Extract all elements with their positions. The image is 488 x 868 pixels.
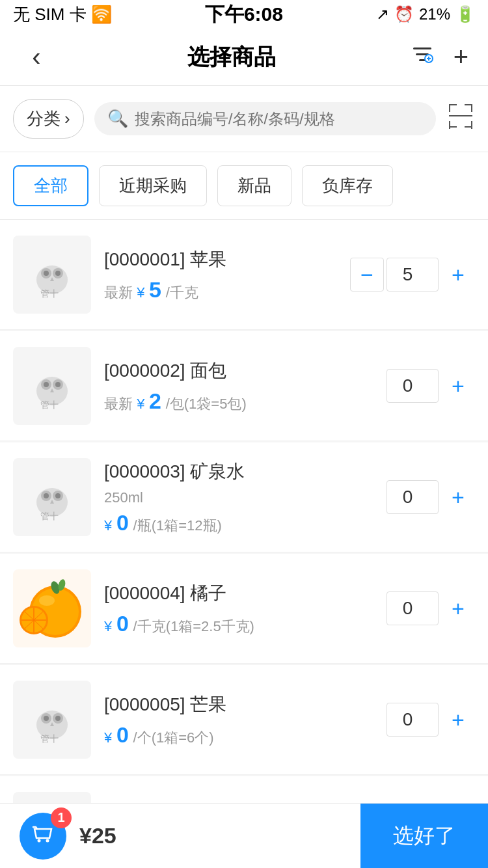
price-unit: /个(1箱=6个) [133, 729, 214, 746]
product-price: ¥ 0 /千克(1箱=2.5千克) [104, 611, 373, 636]
price-unit: /千克(1箱=2.5千克) [133, 618, 254, 634]
price-value: 2 [149, 388, 161, 413]
tab-new[interactable]: 新品 [217, 165, 291, 206]
battery-icon: 🔋 [455, 5, 475, 23]
svg-rect-9 [471, 104, 472, 112]
quantity-input[interactable] [386, 369, 439, 403]
product-price: 最新 ¥ 5 /千克 [104, 277, 337, 303]
price-value: 0 [116, 510, 129, 535]
price-unit: /千克 [166, 284, 198, 301]
list-item: 管十 [0000001] 苹果 最新 ¥ 5 /千克 − + [0, 220, 488, 330]
svg-rect-7 [449, 104, 450, 112]
decrease-button[interactable]: − [350, 258, 384, 292]
product-list: 管十 [0000001] 苹果 最新 ¥ 5 /千克 − + [0, 220, 488, 868]
back-button[interactable]: ‹ [20, 40, 53, 74]
search-box: 🔍 [94, 102, 436, 135]
quantity-input[interactable] [386, 480, 439, 514]
quantity-input[interactable] [386, 703, 439, 737]
add-button[interactable]: + [454, 42, 468, 72]
increase-button[interactable]: + [441, 480, 475, 514]
svg-point-32 [44, 493, 49, 498]
status-time: 下午6:08 [205, 1, 283, 28]
quantity-control-0000004: + [386, 591, 475, 625]
sim-status: 无 SIM 卡 🛜 [13, 3, 112, 26]
increase-button[interactable]: + [441, 258, 475, 292]
nav-bar: ‹ 选择商品 + [0, 29, 488, 86]
status-left: 无 SIM 卡 🛜 [13, 3, 112, 26]
tab-all[interactable]: 全部 [13, 165, 88, 206]
currency-symbol: ¥ [104, 729, 112, 746]
cart-total: ¥25 [79, 823, 116, 848]
status-right: ↗ ⏰ 21% 🔋 [376, 5, 475, 23]
product-name: [0000003] 矿泉水 [104, 459, 373, 484]
product-image-0000002: 管十 [13, 347, 91, 425]
price-unit: /包(1袋=5包) [166, 396, 247, 412]
owl-logo-icon: 管十 [26, 694, 78, 746]
svg-text:管十: 管十 [40, 400, 59, 410]
product-image-0000004 [13, 569, 91, 647]
svg-text:管十: 管十 [40, 511, 59, 521]
orange-image [13, 569, 91, 647]
svg-point-25 [44, 382, 49, 387]
search-input[interactable] [135, 110, 423, 128]
product-price: 最新 ¥ 2 /包(1袋=5包) [104, 388, 373, 414]
quantity-input[interactable] [386, 258, 439, 292]
list-item: 管十 [0000005] 芒果 ¥ 0 /个(1箱=6个) + [0, 665, 488, 775]
list-item: [0000004] 橘子 ¥ 0 /千克(1箱=2.5千克) + [0, 554, 488, 664]
filter-button[interactable] [411, 43, 434, 72]
product-image-0000003: 管十 [13, 458, 91, 536]
svg-text:管十: 管十 [40, 288, 59, 299]
product-image-0000005: 管十 [13, 681, 91, 759]
increase-button[interactable]: + [441, 369, 475, 403]
svg-point-66 [46, 839, 49, 842]
svg-point-18 [44, 271, 49, 276]
svg-rect-0 [413, 47, 431, 49]
quantity-input[interactable] [386, 591, 439, 625]
svg-point-19 [55, 271, 61, 276]
quantity-control-0000002: + [386, 369, 475, 403]
owl-logo-icon: 管十 [26, 249, 78, 301]
battery-status: 21% [419, 5, 450, 23]
svg-point-65 [38, 839, 41, 842]
list-item: 管十 [0000002] 面包 最新 ¥ 2 /包(1袋=5包) + [0, 331, 488, 441]
tab-recent[interactable]: 近期采购 [99, 165, 207, 206]
currency-symbol: ¥ [137, 284, 144, 301]
svg-rect-11 [449, 121, 450, 129]
svg-rect-13 [471, 121, 472, 129]
product-price: ¥ 0 /个(1箱=6个) [104, 722, 373, 748]
quantity-control-0000003: + [386, 480, 475, 514]
owl-logo-icon: 管十 [26, 360, 78, 412]
cart-icon-wrap[interactable]: 1 [20, 813, 66, 860]
svg-point-33 [55, 493, 61, 498]
status-bar: 无 SIM 卡 🛜 下午6:08 ↗ ⏰ 21% 🔋 [0, 0, 488, 29]
confirm-button[interactable]: 选好了 [360, 804, 488, 868]
product-spec: 250ml [104, 489, 373, 506]
product-info-0000003: [0000003] 矿泉水 250ml ¥ 0 /瓶(1箱=12瓶) [104, 459, 373, 536]
category-button[interactable]: 分类 › [13, 99, 84, 139]
search-icon: 🔍 [107, 109, 128, 129]
product-name: [0000005] 芒果 [104, 692, 373, 717]
price-unit: /瓶(1箱=12瓶) [133, 517, 222, 534]
page-title: 选择商品 [187, 42, 276, 72]
increase-button[interactable]: + [441, 703, 475, 737]
product-info-0000001: [0000001] 苹果 最新 ¥ 5 /千克 [104, 247, 337, 303]
svg-point-52 [55, 716, 61, 721]
svg-point-26 [55, 382, 61, 387]
svg-point-39 [39, 595, 55, 606]
svg-text:管十: 管十 [40, 733, 59, 744]
location-icon: ↗ [376, 5, 389, 23]
product-name: [0000001] 苹果 [104, 247, 337, 272]
product-info-0000005: [0000005] 芒果 ¥ 0 /个(1箱=6个) [104, 692, 373, 748]
currency-symbol: ¥ [104, 517, 112, 534]
price-label: 最新 [104, 284, 137, 301]
cart-icon [29, 822, 57, 850]
alarm-icon: ⏰ [394, 5, 414, 23]
increase-button[interactable]: + [441, 591, 475, 625]
owl-logo-icon: 管十 [26, 471, 78, 523]
price-value: 0 [116, 611, 129, 636]
product-info-0000002: [0000002] 面包 最新 ¥ 2 /包(1袋=5包) [104, 359, 373, 414]
product-info-0000004: [0000004] 橘子 ¥ 0 /千克(1箱=2.5千克) [104, 581, 373, 636]
price-label: 最新 [104, 396, 137, 412]
scan-icon[interactable] [446, 102, 475, 136]
tab-negative-stock[interactable]: 负库存 [302, 165, 393, 206]
